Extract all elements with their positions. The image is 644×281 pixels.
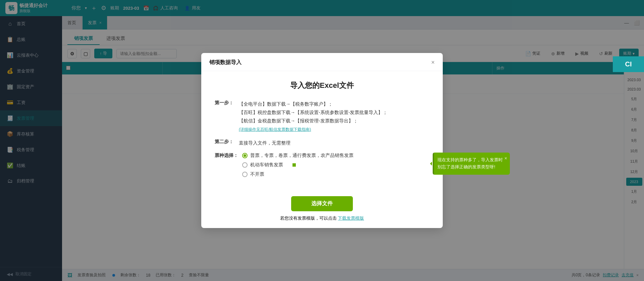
radio-label-1: 普票，专票，卷票，通行费发票，农产品销售发票	[250, 153, 354, 159]
modal-body: 导入您的Excel文件 第一步： 【全电平台】数据下载→【税务数字账户】； 【百…	[201, 71, 443, 191]
select-file-button[interactable]: 选择文件	[291, 196, 353, 211]
step1-content: 【全电平台】数据下载→【税务数字账户】； 【百旺】税控盘数据下载→【系统设置-系…	[239, 100, 429, 134]
tooltip-indicator	[292, 163, 296, 167]
modal-footer: 选择文件 若您没有发票模版，可以点击 下载发票模版	[201, 191, 443, 228]
radio-circle-2	[242, 162, 248, 168]
import-modal: 销项数据导入 × 导入您的Excel文件 第一步： 【全电平台】数据下载→【税务…	[201, 53, 443, 228]
step2-row: 第二步： 直接导入文件，无需整理	[215, 139, 429, 147]
step1-row: 第一步： 【全电平台】数据下载→【税务数字账户】； 【百旺】税控盘数据下载→【系…	[215, 100, 429, 134]
modal-subtitle: 导入您的Excel文件	[215, 80, 429, 91]
radio-circle-1	[242, 153, 248, 158]
ticket-selection-row: 票种选择： 普票，专票，卷票，通行费发票，农产品销售发票 机动车销售发票	[215, 153, 429, 177]
radio-circle-3	[242, 172, 248, 177]
modal-overlay: 销项数据导入 × 导入您的Excel文件 第一步： 【全电平台】数据下载→【税务…	[0, 0, 644, 281]
radio-label-2: 机动车销售发票	[250, 162, 283, 168]
tooltip-bubble: × 现在支持的票种多了，导入发票时别忘了选择正确的发票类型呀!	[433, 153, 510, 175]
radio-dot-1	[244, 154, 246, 157]
template-download-link[interactable]: 下载发票模版	[338, 216, 364, 221]
template-hint-text: 若您没有发票模版，可以点击	[280, 216, 337, 221]
tooltip-close-button[interactable]: ×	[504, 155, 507, 162]
ticket-radio-group: 普票，专票，卷票，通行费发票，农产品销售发票 机动车销售发票 不开票	[242, 153, 354, 177]
radio-option-2[interactable]: 机动车销售发票	[242, 162, 354, 168]
radio-option-1[interactable]: 普票，专票，卷票，通行费发票，农产品销售发票	[242, 153, 354, 159]
step1-line3: 【航信】金税盘数据下载→【报税管理-发票数据导出】；	[239, 117, 429, 125]
ci-badge: CI	[613, 56, 644, 72]
step2-label: 第二步：	[215, 139, 235, 145]
modal-close-button[interactable]: ×	[431, 59, 435, 65]
step1-line1: 【全电平台】数据下载→【税务数字账户】；	[239, 100, 429, 108]
step1-line2: 【百旺】税控盘数据下载→【系统设置-系统参数设置-发票批量导入】；	[239, 108, 429, 117]
radio-option-3[interactable]: 不开票	[242, 171, 354, 177]
step2-content: 直接导入文件，无需整理	[239, 139, 429, 147]
radio-label-3: 不开票	[250, 171, 264, 177]
ticket-label: 票种选择：	[215, 153, 238, 159]
tooltip-text: 现在支持的票种多了，导入发票时别忘了选择正确的发票类型呀!	[437, 157, 503, 169]
step1-label: 第一步：	[215, 100, 235, 106]
tooltip-bar	[433, 153, 434, 175]
modal-header: 销项数据导入 ×	[201, 53, 443, 71]
template-hint-row: 若您没有发票模版，可以点击 下载发票模版	[280, 215, 364, 221]
modal-title: 销项数据导入	[209, 59, 241, 66]
step1-guide-link[interactable]: (详细操作见百旺/航信发票数据下载指南)	[239, 127, 311, 132]
